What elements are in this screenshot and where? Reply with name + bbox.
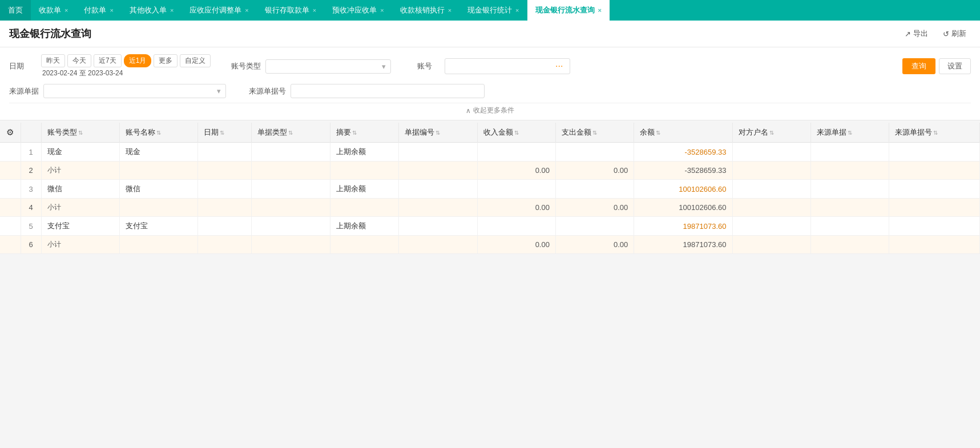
cell-source_doc [810, 162, 889, 180]
nav-item-cash-stat[interactable]: 现金银行统计× [459, 0, 527, 21]
col-header-account_name[interactable]: 账号名称⇅ [119, 123, 197, 143]
collapse-icon: ∧ [466, 107, 471, 115]
table-row: 6小计0.000.0019871073.60 [0, 236, 980, 254]
cell-date [198, 199, 252, 217]
cell-expense: 0.00 [555, 199, 634, 217]
cell-source_doc_no [889, 143, 980, 162]
cell-num: 4 [21, 199, 41, 217]
settings-button[interactable]: 设置 [939, 58, 971, 74]
table-row: 2小计0.000.00-3528659.33 [0, 162, 980, 180]
nav-close-icon[interactable]: × [170, 0, 174, 21]
sort-icon: ⇅ [220, 130, 224, 136]
col-header-settings: ⚙ [0, 123, 21, 143]
col-header-num [21, 123, 41, 143]
col-header-doc_type[interactable]: 单据类型⇅ [252, 123, 330, 143]
cell-source_doc [810, 143, 889, 162]
cell-income: 0.00 [477, 162, 555, 180]
cell-expense: 0.00 [555, 236, 634, 254]
cell-account_type: 支付宝 [41, 217, 119, 236]
nav-close-icon[interactable]: × [448, 0, 451, 21]
col-header-balance[interactable]: 余额⇅ [634, 123, 732, 143]
table-head: ⚙账号类型⇅账号名称⇅日期⇅单据类型⇅摘要⇅单据编号⇅收入金额⇅支出金额⇅余额⇅… [0, 123, 980, 143]
export-icon: ↗ [905, 30, 911, 38]
nav-close-icon[interactable]: × [110, 0, 113, 21]
nav-item-payment[interactable]: 付款单× [76, 0, 121, 21]
col-header-source_doc_no[interactable]: 来源单据号⇅ [889, 123, 980, 143]
table-row: 1现金现金上期余额-3528659.33 [0, 143, 980, 162]
account-dots-button[interactable]: ··· [553, 61, 565, 71]
page-header: 现金银行流水查询 ↗ 导出 ↺ 刷新 [0, 21, 980, 47]
col-header-summary[interactable]: 摘要⇅ [330, 123, 399, 143]
date-option-今天[interactable]: 今天 [67, 54, 91, 67]
cell-account_name [119, 199, 197, 217]
table-row: 4小计0.000.00100102606.60 [0, 199, 980, 217]
query-button[interactable]: 查询 [902, 58, 935, 74]
nav-item-verify[interactable]: 收款核销执行× [392, 0, 459, 21]
col-header-expense[interactable]: 支出金额⇅ [555, 123, 634, 143]
source-doc-select[interactable]: ▾ [43, 84, 226, 98]
col-header-doc_no[interactable]: 单据编号⇅ [399, 123, 477, 143]
cell-date [198, 236, 252, 254]
nav-item-cash-flow[interactable]: 现金银行流水查询× [527, 0, 610, 21]
header-actions: ↗ 导出 ↺ 刷新 [900, 26, 971, 41]
account-label: 账号 [417, 61, 440, 71]
nav-item-home[interactable]: 首页 [0, 0, 31, 21]
nav-item-bank-deposit[interactable]: 银行存取款单× [257, 0, 324, 21]
table-header-row: ⚙账号类型⇅账号名称⇅日期⇅单据类型⇅摘要⇅单据编号⇅收入金额⇅支出金额⇅余额⇅… [0, 123, 980, 143]
cell-settings [0, 199, 21, 217]
cell-num: 1 [21, 143, 41, 162]
export-button[interactable]: ↗ 导出 [900, 26, 933, 41]
nav-item-advance[interactable]: 预收冲应收单× [324, 0, 392, 21]
refresh-icon: ↺ [943, 30, 949, 38]
col-header-account_type[interactable]: 账号类型⇅ [41, 123, 119, 143]
col-header-source_doc[interactable]: 来源单据⇅ [810, 123, 889, 143]
settings-icon[interactable]: ⚙ [6, 127, 14, 137]
nav-close-icon[interactable]: × [515, 0, 519, 21]
cell-account_type: 微信 [41, 180, 119, 199]
nav-item-receipt[interactable]: 收款单× [31, 0, 76, 21]
cell-source_doc_no [889, 217, 980, 236]
nav-close-icon[interactable]: × [64, 0, 68, 21]
date-option-近1月[interactable]: 近1月 [124, 54, 152, 67]
nav-close-icon[interactable]: × [380, 0, 384, 21]
cell-num: 3 [21, 180, 41, 199]
cell-doc_no [399, 143, 477, 162]
cell-account_name: 支付宝 [119, 217, 197, 236]
account-type-select[interactable]: ▾ [265, 59, 391, 74]
cell-expense [555, 217, 634, 236]
date-option-自定义[interactable]: 自定义 [180, 54, 211, 67]
cell-account_type: 现金 [41, 143, 119, 162]
source-doc-no-input[interactable] [291, 84, 485, 98]
cell-expense [555, 180, 634, 199]
col-header-income[interactable]: 收入金额⇅ [477, 123, 555, 143]
col-header-date[interactable]: 日期⇅ [198, 123, 252, 143]
nav-item-ar-adjust[interactable]: 应收应付调整单× [182, 0, 256, 21]
col-header-counterpart[interactable]: 对方户名⇅ [732, 123, 810, 143]
nav-close-icon[interactable]: × [245, 0, 248, 21]
sort-icon: ⇅ [435, 130, 440, 136]
date-option-更多[interactable]: 更多 [154, 54, 178, 67]
account-input-box: ··· [445, 58, 570, 74]
cell-doc_type [252, 162, 330, 180]
sort-icon: ⇅ [352, 130, 357, 136]
cell-income [477, 143, 555, 162]
cell-doc_no [399, 236, 477, 254]
cell-settings [0, 180, 21, 199]
sort-icon: ⇅ [592, 130, 597, 136]
sort-icon: ⇅ [514, 130, 519, 136]
cell-account_type: 小计 [41, 199, 119, 217]
page-title: 现金银行流水查询 [9, 27, 91, 41]
nav-close-icon[interactable]: × [598, 0, 602, 21]
cell-expense: 0.00 [555, 162, 634, 180]
refresh-button[interactable]: ↺ 刷新 [938, 26, 971, 41]
date-option-近7天[interactable]: 近7天 [94, 54, 122, 67]
nav-close-icon[interactable]: × [313, 0, 316, 21]
cell-balance: 19871073.60 [634, 217, 732, 236]
cell-doc_type [252, 236, 330, 254]
date-option-昨天[interactable]: 昨天 [41, 54, 65, 67]
cell-doc_no [399, 217, 477, 236]
collapse-bar[interactable]: ∧ 收起更多条件 [9, 103, 971, 118]
cell-doc_no [399, 162, 477, 180]
cell-counterpart [732, 217, 810, 236]
nav-item-other-income[interactable]: 其他收入单× [122, 0, 182, 21]
